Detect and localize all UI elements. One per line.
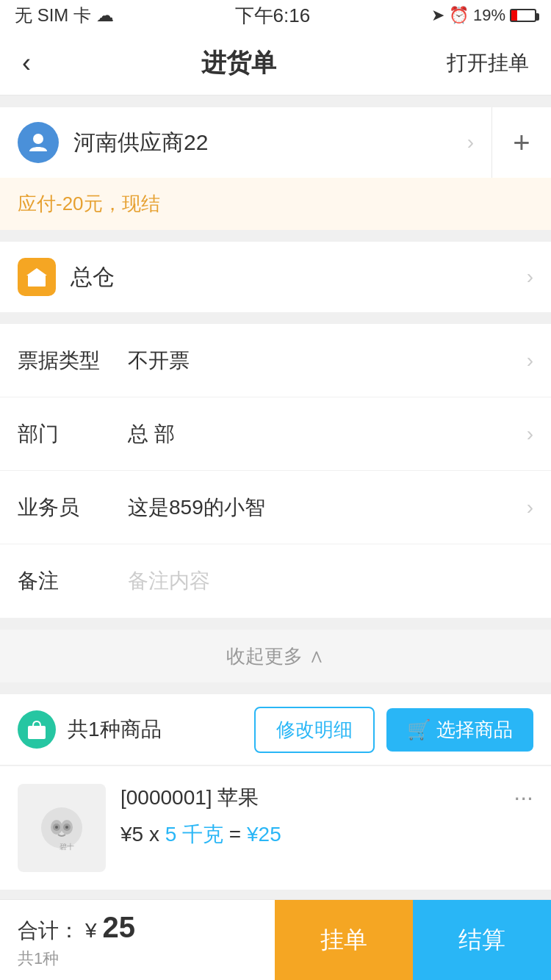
- product-icon: [18, 710, 56, 749]
- product-name: [0000001] 苹果: [120, 784, 499, 812]
- status-right: ➤ ⏰ 19%: [431, 6, 536, 25]
- footer-total-section: 合计： ¥ 25 共1种: [0, 900, 275, 980]
- price-value: ¥5: [120, 823, 143, 846]
- svg-point-9: [55, 826, 58, 829]
- warehouse-chevron-icon: ›: [527, 265, 533, 289]
- total-row: 合计： ¥ 25: [18, 911, 257, 945]
- price-equals: =: [229, 823, 247, 846]
- product-thumbnail: 碧十: [18, 784, 106, 872]
- supplier-avatar: [18, 122, 59, 163]
- svg-text:碧十: 碧十: [60, 843, 74, 851]
- hang-order-button[interactable]: 挂单: [275, 900, 413, 980]
- alarm-icon: ⏰: [449, 6, 469, 25]
- product-info: [0000001] 苹果 ¥5 x 5 千克 = ¥25: [120, 784, 499, 849]
- battery-label: 19%: [473, 6, 505, 25]
- invoice-type-chevron-icon: ›: [527, 349, 533, 372]
- warehouse-selector[interactable]: 总仓 ›: [0, 242, 551, 312]
- invoice-type-label: 票据类型: [18, 347, 120, 375]
- svg-point-10: [65, 826, 68, 829]
- svg-rect-3: [28, 726, 46, 739]
- supplier-notice: 应付-20元，现结: [0, 178, 551, 230]
- warehouse-section: 总仓 ›: [0, 242, 551, 312]
- svg-rect-2: [34, 279, 40, 287]
- product-count-label: 共1种商品: [68, 716, 242, 743]
- supplier-section: 河南供应商22 › +: [0, 107, 551, 178]
- back-button[interactable]: ‹: [22, 48, 31, 79]
- footer-count-label: 共1种: [18, 948, 257, 970]
- warehouse-name: 总仓: [71, 262, 519, 292]
- sim-label: 无 SIM 卡 ☁: [15, 4, 114, 27]
- product-header: 共1种商品 修改明细 🛒 选择商品: [0, 694, 551, 765]
- remark-input[interactable]: 备注内容: [120, 567, 533, 595]
- department-value: 总 部: [120, 420, 519, 448]
- product-total: ¥25: [247, 823, 281, 846]
- nav-bar: ‹ 进货单 打开挂单: [0, 31, 551, 96]
- open-pending-button[interactable]: 打开挂单: [447, 49, 529, 77]
- department-row[interactable]: 部门 总 部 ›: [0, 397, 551, 471]
- status-bar: 无 SIM 卡 ☁ 下午6:16 ➤ ⏰ 19%: [0, 0, 551, 31]
- salesperson-chevron-icon: ›: [527, 496, 533, 519]
- supplier-name: 河南供应商22: [73, 128, 460, 158]
- product-unit: 千克: [182, 823, 223, 846]
- price-multiply: x: [149, 823, 165, 846]
- battery-icon: [510, 9, 536, 22]
- product-code: [0000001]: [120, 786, 212, 809]
- supplier-selector[interactable]: 河南供应商22 ›: [0, 107, 492, 178]
- invoice-type-value: 不开票: [120, 347, 519, 375]
- product-quantity: 5: [165, 823, 177, 846]
- select-product-label: 选择商品: [436, 717, 513, 743]
- checkout-button[interactable]: 结算: [413, 900, 551, 980]
- total-label: 合计：: [18, 917, 79, 945]
- salesperson-value: 这是859的小智: [120, 494, 519, 522]
- remark-row[interactable]: 备注 备注内容: [0, 544, 551, 618]
- svg-point-0: [33, 134, 43, 144]
- footer: 合计： ¥ 25 共1种 挂单 结算: [0, 899, 551, 980]
- status-left: 无 SIM 卡 ☁: [15, 4, 114, 27]
- cart-icon: 🛒: [407, 718, 431, 741]
- department-chevron-icon: ›: [527, 422, 533, 446]
- edit-detail-button[interactable]: 修改明细: [254, 707, 375, 753]
- remark-label: 备注: [18, 567, 120, 595]
- supplier-chevron-icon: ›: [467, 131, 474, 154]
- product-price: ¥5 x 5 千克 = ¥25: [120, 821, 499, 849]
- product-more-button[interactable]: ···: [514, 784, 533, 811]
- warehouse-icon: [18, 258, 56, 296]
- form-section: 票据类型 不开票 › 部门 总 部 › 业务员 这是859的小智 › 备注 备注…: [0, 324, 551, 618]
- location-icon: ➤: [431, 6, 444, 25]
- salesperson-label: 业务员: [18, 494, 120, 522]
- product-title: 苹果: [217, 786, 259, 809]
- add-supplier-button[interactable]: +: [492, 107, 551, 178]
- status-time: 下午6:16: [235, 3, 311, 29]
- invoice-type-row[interactable]: 票据类型 不开票 ›: [0, 324, 551, 397]
- select-product-button[interactable]: 🛒 选择商品: [386, 708, 533, 752]
- page-title: 进货单: [201, 46, 276, 80]
- salesperson-row[interactable]: 业务员 这是859的小智 ›: [0, 471, 551, 544]
- product-card: 碧十 [0000001] 苹果 ¥5 x 5 千克 = ¥25 ···: [0, 766, 551, 890]
- collapse-button[interactable]: 收起更多 ∧: [0, 630, 551, 682]
- total-symbol: ¥: [85, 919, 97, 943]
- total-amount: 25: [103, 911, 136, 944]
- department-label: 部门: [18, 420, 120, 448]
